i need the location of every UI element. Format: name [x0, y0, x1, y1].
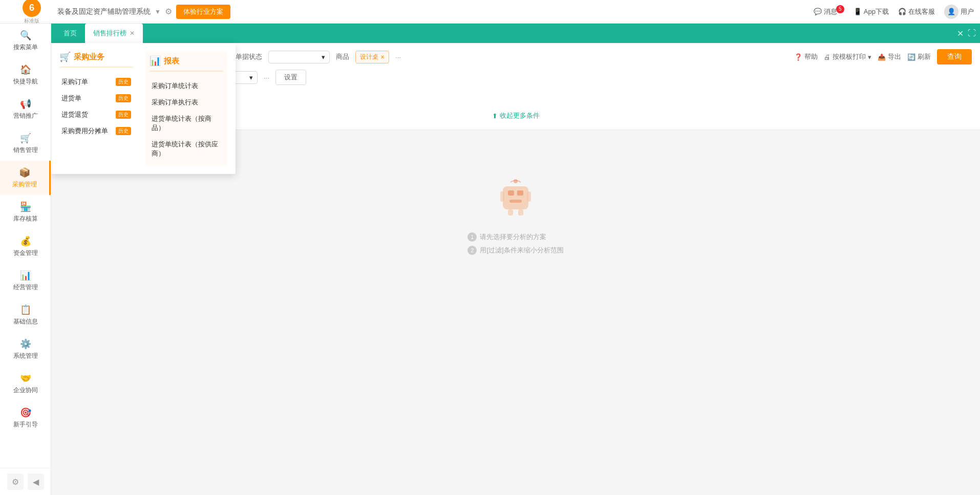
doc-status-select[interactable]: ▾	[268, 51, 330, 63]
svg-rect-6	[508, 209, 513, 216]
purchase-col-icon: 🛒	[59, 51, 71, 62]
app-download-btn[interactable]: 📱 App下载	[854, 7, 889, 16]
operations-icon: 📊	[20, 270, 31, 281]
menu-item-stock-in[interactable]: 进货单 历史	[59, 90, 133, 106]
tab-sales-rank[interactable]: 销售排行榜 ✕	[85, 24, 143, 43]
dropdown-report-col: 📊 报表 采购订单统计表 采购订单执行表 进货单统计表（按商品） 进货单统计表（…	[145, 51, 227, 166]
message-btn[interactable]: 💬 消息 5	[814, 7, 844, 16]
svg-rect-5	[527, 191, 531, 202]
tab-home[interactable]: 首页	[55, 24, 85, 43]
menu-item-stock-stats-supplier[interactable]: 进货单统计表（按供应商）	[150, 136, 223, 162]
sidebar-item-operations[interactable]: 📊 经营管理	[0, 264, 51, 298]
menu-item-purchase-cost[interactable]: 采购费用分摊单 历史	[59, 123, 133, 139]
message-icon: 💬	[814, 8, 822, 15]
export-btn[interactable]: 📤 导出	[878, 52, 901, 61]
svg-rect-1	[508, 190, 514, 196]
goods-more-dots[interactable]: ···	[395, 53, 401, 61]
sidebar: 🔍 搜索菜单 🏠 快捷导航 📢 营销推广 🛒 销售管理 📦 采购管理 🏪 库存核…	[0, 24, 51, 495]
basic-icon: 📋	[20, 304, 31, 315]
sidebar-bottom: ⚙ ◀	[0, 468, 51, 495]
purchase-icon: 📦	[19, 167, 30, 178]
sidebar-collapse-btn[interactable]: ◀	[28, 474, 44, 490]
system-icon: ⚙️	[20, 338, 31, 350]
settings-btn[interactable]: 设置	[275, 70, 306, 85]
sales-more-dots[interactable]: ···	[264, 74, 269, 81]
print-dropdown-icon: ▾	[868, 53, 871, 61]
history-badge-0: 历史	[116, 78, 131, 86]
menu-item-stock-stats-goods[interactable]: 进货单统计表（按商品）	[150, 111, 223, 136]
layout: 🔍 搜索菜单 🏠 快捷导航 📢 营销推广 🛒 销售管理 📦 采购管理 🏪 库存核…	[0, 24, 980, 495]
sidebar-item-guide[interactable]: 🎯 新手引导	[0, 401, 51, 435]
history-badge-2: 历史	[116, 111, 131, 119]
topbar: 6 标准版 装备及固定资产辅助管理系统 ▼ ⚙ 体验行业方案 💬 消息 5 📱 …	[0, 0, 980, 24]
dropdown-purchase-col: 🛒 采购业务 采购订单 历史 进货单 历史 进货退货 历史	[59, 51, 133, 166]
help-icon: ❓	[794, 53, 802, 61]
query-btn[interactable]: 查询	[937, 49, 972, 64]
tab-close-icon[interactable]: ✕	[130, 30, 135, 37]
logo-subtitle: 标准版	[24, 17, 39, 25]
user-btn[interactable]: 👤 用户	[944, 5, 974, 19]
print-btn[interactable]: 🖨 按模板打印 ▾	[824, 52, 871, 61]
tabbar-wrapper: 首页 销售排行榜 ✕ ✕ ⛶ 🛒 采购业务	[51, 24, 980, 43]
system-name: 装备及固定资产辅助管理系统	[57, 7, 151, 16]
tip-num-1: 1	[467, 232, 477, 242]
menu-item-stock-return[interactable]: 进货退货 历史	[59, 106, 133, 123]
sidebar-item-finance[interactable]: 💰 资金管理	[0, 229, 51, 264]
window-expand-btn[interactable]: ⛶	[968, 29, 976, 38]
menu-item-purchase-order[interactable]: 采购订单 历史	[59, 74, 133, 90]
sidebar-item-quick[interactable]: 🏠 快捷导航	[0, 58, 51, 92]
doc-status-label: 单据状态	[236, 52, 262, 61]
topbar-right: 💬 消息 5 📱 App下载 🎧 在线客服 👤 用户	[814, 5, 974, 19]
report-col-icon: 📊	[150, 55, 161, 67]
tip-num-2: 2	[467, 246, 477, 255]
tabbar-actions: ✕ ⛶	[957, 29, 976, 38]
window-close-btn[interactable]: ✕	[957, 29, 964, 38]
enterprise-icon: 🤝	[20, 373, 31, 384]
topbar-middle: 装备及固定资产辅助管理系统 ▼ ⚙ 体验行业方案	[57, 5, 814, 19]
filter-toolbar-right: ❓ 帮助 🖨 按模板打印 ▾ 📤 导出 🔄	[794, 49, 972, 64]
settings-icon[interactable]: ⚙	[165, 7, 172, 16]
help-btn[interactable]: ❓ 帮助	[794, 52, 818, 61]
inventory-icon: 🏪	[20, 201, 31, 212]
svg-rect-0	[503, 186, 528, 209]
history-badge-1: 历史	[116, 94, 131, 102]
svg-rect-4	[500, 191, 504, 202]
refresh-icon: 🔄	[907, 53, 915, 61]
menu-item-purchase-order-stats[interactable]: 采购订单统计表	[150, 78, 223, 94]
system-dropdown-icon[interactable]: ▼	[155, 8, 161, 15]
sidebar-item-sales[interactable]: 🛒 销售管理	[0, 126, 51, 161]
empty-illustration	[490, 171, 541, 222]
sidebar-item-enterprise[interactable]: 🤝 企业协同	[0, 367, 51, 401]
goods-tag-close[interactable]: ✕	[380, 54, 385, 60]
empty-tip-2: 2 用[过滤]条件来缩小分析范围	[467, 246, 563, 255]
purchase-dropdown-menu: 🛒 采购业务 采购订单 历史 进货单 历史 进货退货 历史	[51, 43, 236, 174]
home-icon: 🏠	[20, 64, 31, 75]
tabbar: 首页 销售排行榜 ✕ ✕ ⛶	[51, 24, 980, 43]
sidebar-item-inventory[interactable]: 🏪 库存核算	[0, 195, 51, 229]
logo-area: 6 标准版	[6, 0, 57, 25]
sidebar-item-marketing[interactable]: 📢 营销推广	[0, 92, 51, 126]
sidebar-item-search[interactable]: 🔍 搜索菜单	[0, 24, 51, 58]
industry-btn[interactable]: 体验行业方案	[176, 5, 230, 19]
collapse-btn[interactable]: ⬆ 收起更多条件	[489, 108, 543, 123]
sidebar-item-purchase[interactable]: 📦 采购管理	[0, 161, 51, 195]
print-icon: 🖨	[824, 53, 830, 61]
main: 首页 销售排行榜 ✕ ✕ ⛶ 🛒 采购业务	[51, 24, 980, 495]
chevron-down-icon: ▾	[322, 53, 325, 61]
marketing-icon: 📢	[20, 98, 31, 110]
goods-label: 商品	[336, 52, 349, 61]
export-icon: 📤	[878, 53, 886, 61]
menu-item-purchase-order-exec[interactable]: 采购订单执行表	[150, 94, 223, 111]
goods-tag: 设计桌 ✕	[355, 51, 389, 63]
history-badge-3: 历史	[116, 127, 131, 135]
refresh-btn[interactable]: 🔄 刷新	[907, 52, 931, 61]
svg-rect-7	[518, 209, 523, 216]
sidebar-item-basic[interactable]: 📋 基础信息	[0, 298, 51, 332]
sidebar-item-system[interactable]: ⚙️ 系统管理	[0, 332, 51, 367]
search-icon: 🔍	[20, 30, 31, 41]
online-service-btn[interactable]: 🎧 在线客服	[898, 7, 935, 16]
svg-rect-2	[517, 190, 523, 196]
dropdown-report-title: 📊 报表	[150, 55, 223, 72]
sidebar-settings-btn[interactable]: ⚙	[7, 474, 24, 490]
avatar: 👤	[944, 5, 958, 19]
